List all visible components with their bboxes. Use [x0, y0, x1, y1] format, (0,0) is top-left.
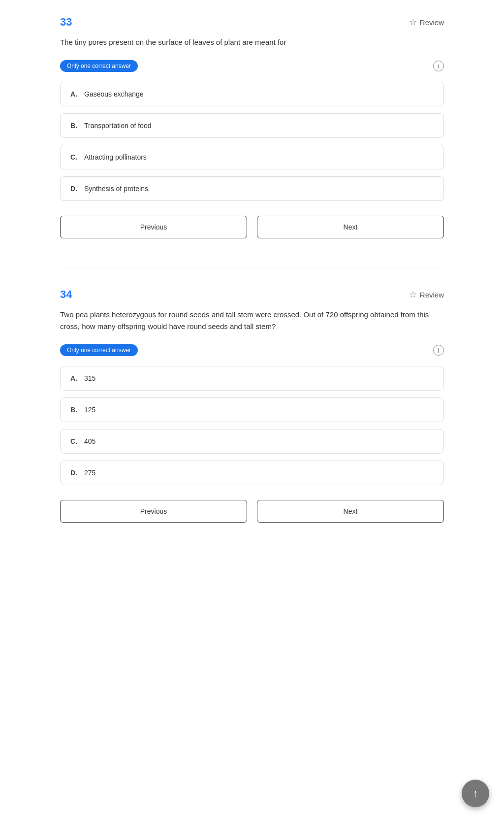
section-divider [60, 268, 444, 268]
info-icon-34[interactable]: i [433, 345, 444, 356]
info-icon-33[interactable]: i [433, 61, 444, 71]
question-number-34: 34 [60, 288, 72, 301]
option-text-d-33: Synthesis of proteins [84, 185, 148, 193]
option-a-34[interactable]: A. 315 [60, 366, 444, 391]
option-b-34[interactable]: B. 125 [60, 397, 444, 422]
question-block-33: 33 ☆ Review The tiny pores present on th… [60, 16, 444, 238]
option-b-33[interactable]: B. Transportation of food [60, 113, 444, 138]
page-container: 33 ☆ Review The tiny pores present on th… [40, 0, 464, 568]
option-label-a-33: A. [70, 90, 84, 98]
options-list-34: A. 315 B. 125 C. 405 D. 275 [60, 366, 444, 485]
question-header-33: 33 ☆ Review [60, 16, 444, 29]
option-c-33[interactable]: C. Attracting pollinators [60, 145, 444, 169]
review-button-33[interactable]: ☆ Review [409, 17, 444, 28]
review-button-34[interactable]: ☆ Review [409, 289, 444, 300]
option-d-34[interactable]: D. 275 [60, 460, 444, 485]
previous-button-34[interactable]: Previous [60, 500, 247, 523]
option-label-d-34: D. [70, 469, 84, 477]
star-icon-34: ☆ [409, 289, 417, 300]
option-d-33[interactable]: D. Synthesis of proteins [60, 176, 444, 201]
review-label-34: Review [420, 291, 444, 299]
option-text-d-34: 275 [84, 469, 95, 477]
option-text-c-34: 405 [84, 437, 95, 445]
question-block-34: 34 ☆ Review Two pea plants heterozygous … [60, 288, 444, 523]
next-button-33[interactable]: Next [257, 216, 444, 238]
options-list-33: A. Gaseous exchange B. Transportation of… [60, 82, 444, 201]
up-arrow-icon: ↑ [473, 788, 478, 799]
option-label-d-33: D. [70, 185, 84, 193]
option-text-b-34: 125 [84, 406, 95, 414]
question-number-33: 33 [60, 16, 72, 29]
question-header-34: 34 ☆ Review [60, 288, 444, 301]
option-text-a-33: Gaseous exchange [84, 90, 144, 98]
option-label-b-33: B. [70, 122, 84, 130]
option-a-33[interactable]: A. Gaseous exchange [60, 82, 444, 106]
option-label-a-34: A. [70, 374, 84, 382]
option-c-34[interactable]: C. 405 [60, 429, 444, 454]
option-label-b-34: B. [70, 406, 84, 414]
star-icon-33: ☆ [409, 17, 417, 28]
question-text-33: The tiny pores present on the surface of… [60, 36, 444, 48]
answer-badge-34: Only one correct answer [60, 344, 138, 356]
previous-button-33[interactable]: Previous [60, 216, 247, 238]
next-button-34[interactable]: Next [257, 500, 444, 523]
scroll-to-top-fab[interactable]: ↑ [462, 780, 489, 807]
question-text-34: Two pea plants heterozygous for round se… [60, 309, 444, 332]
answer-type-row-34: Only one correct answer i [60, 344, 444, 356]
option-text-a-34: 315 [84, 374, 95, 382]
option-text-c-33: Attracting pollinators [84, 153, 147, 161]
review-label-33: Review [420, 18, 444, 27]
option-label-c-33: C. [70, 153, 84, 161]
option-text-b-33: Transportation of food [84, 122, 151, 130]
answer-badge-33: Only one correct answer [60, 60, 138, 72]
option-label-c-34: C. [70, 437, 84, 445]
nav-buttons-33: Previous Next [60, 216, 444, 238]
answer-type-row-33: Only one correct answer i [60, 60, 444, 72]
nav-buttons-34: Previous Next [60, 500, 444, 523]
